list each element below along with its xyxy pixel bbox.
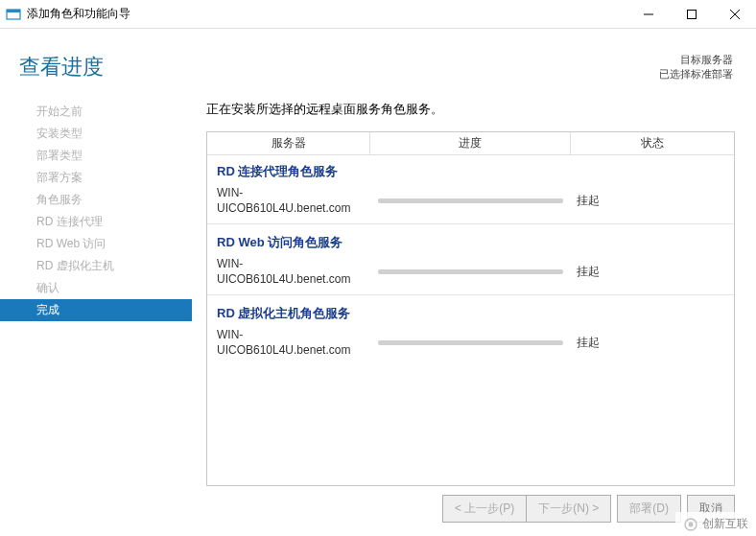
main-content: 正在安装所选择的远程桌面服务角色服务。 服务器 进度 状态 RD 连接代理角色服… — [206, 101, 735, 474]
minimize-button[interactable] — [626, 0, 670, 28]
previous-button[interactable]: < 上一步(P) — [443, 496, 526, 522]
cell-status: 挂起 — [571, 335, 724, 351]
wizard-steps: 开始之前 安装类型 部署类型 部署方案 角色服务 RD 连接代理 RD Web … — [0, 101, 192, 321]
group-title: RD 连接代理角色服务 — [207, 155, 734, 184]
cell-status: 挂起 — [571, 193, 724, 209]
step-confirm: 确认 — [0, 277, 192, 299]
group-title: RD Web 访问角色服务 — [207, 226, 734, 255]
step-role-services: 角色服务 — [0, 189, 192, 211]
cell-server: WIN-UICOB610L4U.benet.com — [217, 186, 370, 216]
table-row: WIN-UICOB610L4U.benet.com 挂起 — [207, 255, 734, 292]
window-title: 添加角色和功能向导 — [27, 6, 626, 22]
watermark-text: 创新互联 — [702, 516, 748, 532]
group-title: RD 虚拟化主机角色服务 — [207, 297, 734, 326]
progress-bar — [378, 269, 563, 274]
close-button[interactable] — [713, 0, 756, 28]
svg-rect-1 — [7, 10, 20, 12]
progress-table: 服务器 进度 状态 RD 连接代理角色服务 WIN-UICOB610L4U.be… — [206, 131, 735, 486]
next-button[interactable]: 下一步(N) > — [526, 496, 610, 522]
window-controls — [626, 0, 756, 28]
cell-progress — [370, 340, 571, 345]
divider — [207, 223, 734, 224]
step-deploy-type: 部署类型 — [0, 145, 192, 167]
status-message: 正在安装所选择的远程桌面服务角色服务。 — [206, 101, 735, 118]
wizard-header: 查看进度 — [19, 53, 104, 82]
nav-button-group: < 上一步(P) 下一步(N) > — [442, 495, 611, 523]
divider — [207, 294, 734, 295]
target-selected-label: 已选择标准部署 — [659, 67, 733, 82]
cell-progress — [370, 269, 571, 274]
svg-rect-3 — [687, 10, 696, 18]
col-progress[interactable]: 进度 — [370, 132, 571, 154]
cell-server: WIN-UICOB610L4U.benet.com — [217, 257, 370, 287]
target-info: 目标服务器 已选择标准部署 — [659, 53, 733, 82]
progress-bar — [378, 198, 563, 203]
table-header: 服务器 进度 状态 — [207, 132, 734, 155]
table-row: WIN-UICOB610L4U.benet.com 挂起 — [207, 326, 734, 363]
step-install-type: 安装类型 — [0, 123, 192, 145]
step-rd-connection-broker: RD 连接代理 — [0, 211, 192, 233]
logo-icon — [683, 517, 698, 532]
col-status[interactable]: 状态 — [571, 132, 734, 154]
step-rd-web-access: RD Web 访问 — [0, 233, 192, 255]
app-icon — [6, 7, 21, 22]
cell-server: WIN-UICOB610L4U.benet.com — [217, 328, 370, 358]
cell-progress — [370, 198, 571, 203]
step-deploy-scenario: 部署方案 — [0, 167, 192, 189]
deploy-button[interactable]: 部署(D) — [617, 495, 681, 523]
col-server[interactable]: 服务器 — [207, 132, 370, 154]
watermark: 创新互联 — [675, 512, 756, 536]
svg-point-7 — [689, 522, 694, 526]
progress-bar — [378, 340, 563, 345]
page-title: 查看进度 — [19, 53, 104, 82]
step-complete[interactable]: 完成 — [0, 299, 192, 321]
target-server-label: 目标服务器 — [659, 53, 733, 67]
cell-status: 挂起 — [571, 264, 724, 280]
table-row: WIN-UICOB610L4U.benet.com 挂起 — [207, 184, 734, 221]
step-before-begin: 开始之前 — [0, 101, 192, 123]
titlebar: 添加角色和功能向导 — [0, 0, 756, 29]
step-rd-virtualization-host: RD 虚拟化主机 — [0, 255, 192, 277]
maximize-button[interactable] — [670, 0, 713, 28]
